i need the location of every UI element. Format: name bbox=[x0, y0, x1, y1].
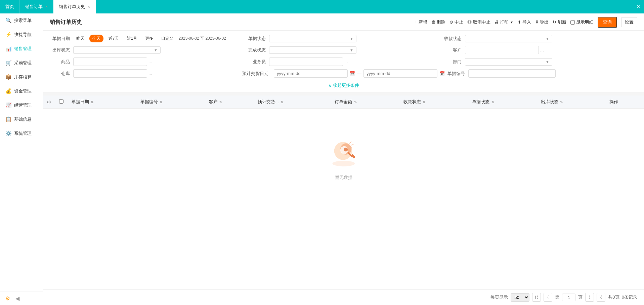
window-close-btn[interactable]: × bbox=[637, 4, 640, 10]
total-text: 共0页, 0条记录 bbox=[608, 294, 637, 300]
toolbar: + 新增 🗑 删除 ⊘ 中止 ◎ 取消中止 🖨 打印 ▼ ⬆ 导入 bbox=[415, 17, 638, 28]
th-order-status[interactable]: 单据状态 ⇅ bbox=[468, 96, 537, 109]
sidebar-item-system[interactable]: ⚙️ 系统管理 bbox=[0, 126, 43, 141]
delivery-date-end[interactable] bbox=[363, 69, 437, 78]
first-page-btn[interactable]: ⟨⟨ bbox=[532, 293, 541, 302]
close-tab-sales-history[interactable]: × bbox=[88, 4, 90, 9]
tab-sales-order-history[interactable]: 销售订单历史 × bbox=[53, 0, 96, 13]
prev-page-btn[interactable]: ⟨ bbox=[544, 293, 552, 302]
delivery-status-select[interactable]: ▼ bbox=[73, 46, 161, 54]
table-settings-icon[interactable]: ⚙ bbox=[47, 100, 51, 105]
warehouse-input[interactable] bbox=[73, 69, 147, 78]
sidebar-item-sales[interactable]: 📊 销售管理 bbox=[0, 42, 43, 56]
filter-area: 单据日期 昨天 今天 近7天 近1月 更多 自定义 2023-06-02 至 2… bbox=[43, 31, 644, 93]
table-wrapper: ⚙ 单据日期 ⇅ 单据编号 ⇅ bbox=[43, 96, 644, 207]
th-customer[interactable]: 客户 ⇅ bbox=[205, 96, 254, 109]
th-settings: ⚙ bbox=[43, 96, 55, 109]
print-button[interactable]: 🖨 打印 ▼ bbox=[495, 19, 514, 25]
th-delivery[interactable]: 预计交货... ⇅ bbox=[254, 96, 331, 109]
system-icon: ⚙️ bbox=[5, 130, 11, 137]
table-header-row: ⚙ 单据日期 ⇅ 单据编号 ⇅ bbox=[43, 96, 644, 109]
tab-home[interactable]: 首页 bbox=[0, 0, 20, 13]
goods-input[interactable] bbox=[73, 58, 147, 66]
sidebar-item-operations[interactable]: 📈 经营管理 bbox=[0, 98, 43, 112]
payment-status-select[interactable]: ▼ bbox=[465, 35, 552, 42]
sort-payment-icon: ⇅ bbox=[423, 100, 425, 104]
th-delivery-status[interactable]: 出库状态 ⇅ bbox=[537, 96, 606, 109]
delete-button[interactable]: 🗑 删除 bbox=[431, 19, 446, 25]
date-btn-1month[interactable]: 近1月 bbox=[124, 35, 140, 42]
warehouse-dots[interactable]: ... bbox=[147, 71, 154, 76]
pagination: 每页显示 10 20 50 100 ⟨⟨ ⟨ 第 页 ⟩ ⟩⟩ 共0页, 0条记… bbox=[43, 289, 644, 305]
th-date[interactable]: 单据日期 ⇅ bbox=[68, 96, 136, 109]
collapse-button[interactable]: ∧ 收起更多条件 bbox=[50, 81, 637, 90]
customer-dots[interactable]: ... bbox=[539, 47, 545, 52]
sidebar-item-inventory[interactable]: 📦 库存核算 bbox=[0, 70, 43, 84]
completion-status-select[interactable]: ▼ bbox=[269, 46, 356, 54]
select-all-checkbox[interactable] bbox=[59, 99, 63, 104]
import-button[interactable]: ⬆ 导入 bbox=[517, 19, 531, 25]
payment-status-label: 收款状态 bbox=[441, 36, 465, 42]
calendar-icon-start[interactable]: 📅 bbox=[350, 71, 355, 76]
page-size-label: 每页显示 bbox=[490, 294, 508, 300]
next-page-btn[interactable]: ⟩ bbox=[585, 293, 594, 302]
page-size-select[interactable]: 10 20 50 100 bbox=[511, 293, 529, 302]
empty-state: 暂无数据 bbox=[43, 109, 644, 207]
customer-input[interactable] bbox=[465, 46, 539, 54]
cancel-stop-button[interactable]: ◎ 取消中止 bbox=[467, 19, 490, 25]
page-header: 销售订单历史 + 新增 🗑 删除 ⊘ 中止 ◎ 取消中止 🖨 打印 ▼ bbox=[43, 13, 644, 31]
date-btn-custom[interactable]: 自定义 bbox=[158, 35, 176, 42]
sidebar-item-search[interactable]: 🔍 搜索菜单 bbox=[0, 13, 43, 28]
calendar-icon-end[interactable]: 📅 bbox=[439, 71, 445, 76]
delivery-date-start[interactable] bbox=[274, 69, 348, 78]
show-detail-checkbox-area[interactable]: 显示明细 bbox=[570, 19, 594, 25]
refresh-button[interactable]: ↻ 刷新 bbox=[553, 19, 566, 25]
th-number[interactable]: 单据编号 ⇅ bbox=[136, 96, 205, 109]
department-arrow: ▼ bbox=[546, 60, 549, 64]
query-button[interactable]: 查询 bbox=[598, 17, 617, 28]
date-btn-7days[interactable]: 近7天 bbox=[105, 35, 122, 42]
order-number-input[interactable] bbox=[468, 69, 556, 78]
sidebar-collapse-icon[interactable]: ◀ bbox=[15, 295, 19, 302]
basic-info-icon: 📋 bbox=[5, 116, 11, 122]
print-dropdown-icon: ▼ bbox=[510, 21, 513, 24]
sidebar-item-finance[interactable]: 💰 资金管理 bbox=[0, 84, 43, 98]
delivery-date-label: 预计交货日期 bbox=[242, 71, 272, 77]
last-page-btn[interactable]: ⟩⟩ bbox=[597, 293, 605, 302]
table-area: ⚙ 单据日期 ⇅ 单据编号 ⇅ bbox=[43, 96, 644, 289]
close-tab-sales-order[interactable]: × bbox=[45, 4, 48, 9]
stop-button[interactable]: ⊘ 中止 bbox=[449, 19, 463, 25]
th-amount[interactable]: 订单金额 ⇅ bbox=[331, 96, 399, 109]
sidebar-item-basic-info[interactable]: 📋 基础信息 bbox=[0, 112, 43, 126]
th-action: 操作 bbox=[605, 96, 644, 109]
th-payment[interactable]: 收款状态 ⇅ bbox=[399, 96, 468, 109]
salesperson-dots[interactable]: ... bbox=[343, 59, 349, 64]
sort-order-status-icon: ⇅ bbox=[491, 100, 494, 104]
date-btn-today[interactable]: 今天 bbox=[89, 35, 103, 42]
department-label: 部门 bbox=[441, 59, 465, 65]
order-status-select[interactable]: ▼ bbox=[269, 35, 356, 42]
sidebar-settings-icon[interactable]: ⚙ bbox=[5, 295, 10, 302]
sidebar-item-purchase[interactable]: 🛒 采购管理 bbox=[0, 56, 43, 70]
order-status-label: 单据状态 bbox=[246, 36, 269, 42]
date-btn-more[interactable]: 更多 bbox=[142, 35, 156, 42]
show-detail-checkbox[interactable] bbox=[570, 20, 575, 25]
top-bar-right: × bbox=[637, 4, 644, 10]
sidebar-item-quick-nav[interactable]: ⚡ 快捷导航 bbox=[0, 28, 43, 42]
filter-row-1: 单据日期 昨天 今天 近7天 近1月 更多 自定义 2023-06-02 至 2… bbox=[50, 35, 637, 42]
salesperson-label: 业务员 bbox=[246, 59, 269, 65]
department-select[interactable]: ▼ bbox=[465, 58, 552, 66]
new-button[interactable]: + 新增 bbox=[415, 19, 427, 25]
goods-label: 商品 bbox=[50, 59, 73, 65]
search-icon: 🔍 bbox=[5, 17, 11, 24]
completion-status-arrow: ▼ bbox=[350, 48, 353, 52]
tab-sales-order[interactable]: 销售订单 × bbox=[20, 0, 53, 13]
date-btn-yesterday[interactable]: 昨天 bbox=[73, 35, 87, 42]
export-button[interactable]: ⬇ 导出 bbox=[535, 19, 549, 25]
collapse-arrow-icon: ∧ bbox=[328, 83, 332, 88]
goods-dots[interactable]: ... bbox=[147, 59, 154, 64]
sort-date-icon: ⇅ bbox=[91, 100, 93, 104]
salesperson-input[interactable] bbox=[269, 58, 343, 66]
page-input[interactable] bbox=[562, 294, 575, 301]
settings-button[interactable]: 设置 bbox=[621, 17, 637, 27]
